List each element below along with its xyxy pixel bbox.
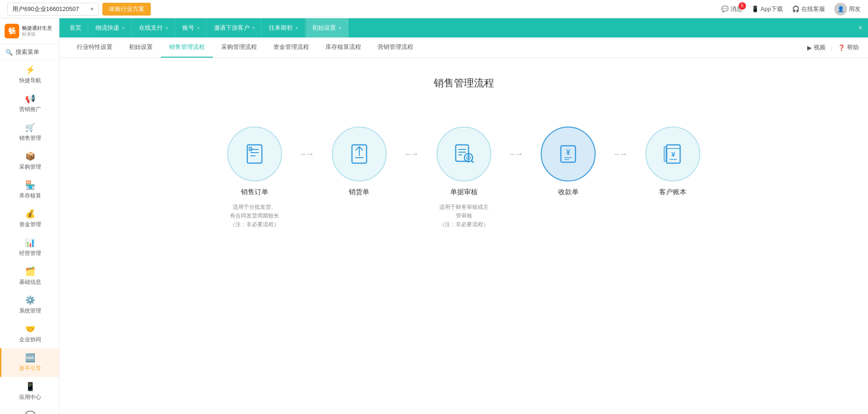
user-select-dropdown[interactable]: 用户690企业1660120507 ▾ (7, 3, 99, 16)
flow-step-sales-invoice: 销货单 (314, 127, 405, 196)
sub-tabs: 行业特性设置 初始设置 销售管理流程 采购管理流程 资金管理流程 库存核算流程 … (59, 37, 868, 58)
close-init-settings-icon[interactable]: × (339, 26, 341, 31)
app-center-icon: 📱 (25, 382, 35, 392)
top-bar-right: 💬 消息 6 📱 App下载 🎧 在线客服 👤 用友 (721, 3, 861, 16)
sidebar-item-label: 资金管理 (19, 221, 41, 228)
chevron-down-icon: ▾ (91, 5, 94, 12)
svg-rect-4 (249, 147, 252, 151)
close-prev-period-icon[interactable]: × (295, 26, 298, 31)
search-icon: 🔍 (5, 49, 13, 56)
close-payment-icon[interactable]: × (165, 26, 168, 31)
marketing-icon: 📢 (25, 94, 35, 104)
inventory-icon: 🏪 (25, 180, 35, 190)
logo-sub: 标准版 (22, 31, 52, 37)
sidebar-item-label: 销售管理 (19, 134, 41, 142)
sub-tab-purchase-flow[interactable]: 采购管理流程 (213, 37, 265, 58)
sidebar-item-label: 采购管理 (19, 163, 41, 171)
nav-tab-payment[interactable]: 在线支付 × (133, 18, 175, 37)
sub-tab-actions: ▶ 视频 | ❓ 帮助 (807, 43, 859, 52)
sidebar-item-purchase-mgmt[interactable]: 📦 采购管理 (0, 147, 59, 175)
arrow-4: ···→ (614, 127, 627, 159)
svg-line-14 (472, 161, 474, 163)
sidebar-item-label: 库存核算 (19, 192, 41, 200)
sidebar-item-label: 新手引导 (19, 365, 41, 372)
sidebar-item-sales-mgmt[interactable]: 🛒 销售管理 (0, 118, 59, 147)
nav-tab-account[interactable]: 账号 × (176, 18, 207, 37)
app-download-item[interactable]: 📱 App下载 (751, 5, 783, 13)
sub-tab-marketing-flow[interactable]: 营销管理流程 (369, 37, 421, 58)
main-content: 首页 物流快递 × 在线支付 × 账号 × 邀请下游客户 × 往来期初 × (59, 18, 868, 414)
video-icon: ▶ (807, 44, 812, 51)
close-logistics-icon[interactable]: × (122, 26, 125, 31)
help-label: 帮助 (847, 43, 859, 52)
sub-tab-init[interactable]: 初始设置 (121, 37, 161, 58)
video-action[interactable]: ▶ 视频 (807, 43, 825, 52)
online-service-label: 在线客服 (801, 5, 825, 13)
flow-step-customer-ledger: ¥ 客户账本 (627, 127, 719, 196)
search-menu-label: 搜索菜单 (16, 48, 39, 56)
ops-icon: 📊 (25, 238, 35, 248)
svg-text:¥: ¥ (566, 149, 570, 156)
sidebar-item-label: 营销推广 (19, 106, 41, 113)
sub-tab-inventory-flow[interactable]: 库存核算流程 (317, 37, 369, 58)
wechat-icon: 💬 (25, 410, 35, 414)
guide-icon: 🆕 (25, 353, 35, 363)
sidebar-item-basic-info[interactable]: 🗂️ 基础信息 (0, 262, 59, 291)
logo-area: 畅 畅捷通好生意 标准版 (0, 18, 59, 44)
app-download-icon: 📱 (751, 5, 759, 12)
headset-icon: 🎧 (792, 5, 799, 12)
nav-tabs: 首页 物流快递 × 在线支付 × 账号 × 邀请下游客户 × 往来期初 × (59, 18, 868, 37)
top-bar-left: 用户690企业1660120507 ▾ 体验行业方案 (7, 3, 151, 16)
page-title: 销售管理流程 (78, 76, 850, 90)
video-label: 视频 (814, 43, 825, 52)
logo-text: 畅捷通好生意 (22, 25, 52, 31)
sidebar-item-app-center[interactable]: 📱 应用中心 (0, 377, 59, 406)
nav-tab-invite[interactable]: 邀请下游客户 × (208, 18, 262, 37)
user-select-label: 用户690企业1660120507 (12, 5, 79, 13)
message-badge: 6 (739, 2, 746, 10)
nav-tab-init-settings[interactable]: 初始设置 × (306, 18, 348, 37)
svg-text:¥: ¥ (671, 150, 676, 158)
search-menu[interactable]: 🔍 搜索菜单 (0, 44, 59, 60)
sidebar-item-sys-mgmt[interactable]: ⚙️ 系统管理 (0, 291, 59, 319)
flow-step-sales-order: 销售订单 适用于分批发货、 有合同发货周期较长 （注：非必要流程） (209, 127, 300, 229)
sidebar-item-enterprise-wechat[interactable]: 💬 企业微信 (0, 406, 59, 414)
sub-tab-finance-flow[interactable]: 资金管理流程 (265, 37, 317, 58)
experience-btn[interactable]: 体验行业方案 (102, 3, 151, 16)
sidebar-item-new-guide[interactable]: 🆕 新手引导 (0, 348, 59, 377)
top-bar: 用户690企业1660120507 ▾ 体验行业方案 💬 消息 6 📱 App下… (0, 0, 868, 18)
sidebar-item-enterprise-collab[interactable]: 🤝 企业协同 (0, 319, 59, 348)
nav-tab-prev-period[interactable]: 往来期初 × (262, 18, 305, 37)
nav-tab-home[interactable]: 首页 (63, 18, 88, 37)
sales-order-circle (227, 127, 282, 181)
sidebar-item-inventory[interactable]: 🏪 库存核算 (0, 175, 59, 204)
help-action[interactable]: ❓ 帮助 (838, 43, 859, 52)
arrow-1: ···→ (300, 127, 314, 159)
sub-tab-sales-flow[interactable]: 销售管理流程 (161, 37, 213, 58)
message-icon-item[interactable]: 💬 消息 6 (721, 5, 742, 13)
sales-invoice-circle (332, 127, 387, 181)
help-icon: ❓ (838, 44, 845, 51)
close-invite-icon[interactable]: × (252, 26, 255, 31)
close-all-tabs-button[interactable]: × (858, 24, 863, 32)
customer-ledger-circle: ¥ (645, 127, 700, 181)
sidebar-item-finance[interactable]: 💰 资金管理 (0, 204, 59, 233)
doc-review-label: 单据审核 (450, 188, 478, 196)
sidebar-item-label: 应用中心 (19, 393, 41, 401)
close-account-icon[interactable]: × (197, 26, 200, 31)
basic-info-icon: 🗂️ (25, 266, 35, 276)
app-download-label: App下载 (761, 5, 783, 13)
sidebar-item-ops[interactable]: 📊 经营管理 (0, 233, 59, 262)
nav-tab-logistics[interactable]: 物流快递 × (89, 18, 132, 37)
sub-tab-industry[interactable]: 行业特性设置 (69, 37, 121, 58)
customer-ledger-label: 客户账本 (659, 188, 687, 196)
sidebar-item-marketing-promo[interactable]: 📢 营销推广 (0, 89, 59, 118)
sidebar-item-quick-nav[interactable]: ⚡ 快捷导航 (0, 60, 59, 89)
collab-icon: 🤝 (25, 324, 35, 334)
user-avatar-item[interactable]: 👤 用友 (834, 3, 861, 16)
online-service-item[interactable]: 🎧 在线客服 (792, 5, 825, 13)
sales-icon: 🛒 (25, 122, 35, 133)
sidebar: 畅 畅捷通好生意 标准版 🔍 搜索菜单 ⚡ 快捷导航 📢 营销推广 🛒 销售管理… (0, 18, 59, 414)
receipt-label: 收款单 (558, 188, 579, 196)
flow-step-doc-review: 单据审核 适用于财务审核或主 管审核 （注：非必要流程） (418, 127, 510, 229)
